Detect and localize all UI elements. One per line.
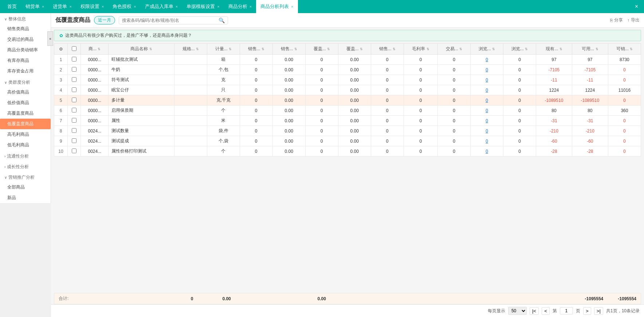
close-icon[interactable]: × <box>69 4 71 9</box>
sidebar-section-class-analysis[interactable]: ∨ 类群度分析 <box>0 76 51 87</box>
close-icon[interactable]: × <box>42 4 44 9</box>
sidebar-item-low-coverage[interactable]: 低覆盖度商品 <box>0 119 51 129</box>
sidebar-item-traded-goods[interactable]: 交易过的商品 <box>0 34 51 45</box>
close-icon[interactable]: × <box>217 4 219 9</box>
cell-checkbox[interactable] <box>68 75 81 85</box>
nav-tab-analysis-list[interactable]: 商品分析列表 × <box>256 0 298 13</box>
page-size-select[interactable]: 50 20 100 <box>508 307 527 315</box>
row-checkbox[interactable] <box>72 128 76 133</box>
nav-tab-sales[interactable]: 销货单 × <box>21 0 48 13</box>
first-page-button[interactable]: |< <box>530 307 539 315</box>
close-all-button[interactable]: × <box>632 3 641 10</box>
col-sales-amt[interactable]: 销售... ⇅ <box>272 44 305 55</box>
col-browse1[interactable]: 浏览... ⇅ <box>471 44 503 55</box>
browse-link[interactable]: 0 <box>486 67 488 72</box>
close-icon[interactable]: × <box>102 4 104 9</box>
col-stock1[interactable]: 现有... ⇅ <box>536 44 572 55</box>
cell-checkbox[interactable] <box>68 126 81 136</box>
nav-tab-purchase[interactable]: 进货单 × <box>48 0 76 13</box>
row-checkbox[interactable] <box>72 138 76 143</box>
cell-browse1[interactable]: 0 <box>471 65 503 75</box>
row-checkbox[interactable] <box>72 77 76 82</box>
cell-browse1[interactable]: 0 <box>471 75 503 85</box>
col-stock3[interactable]: 可销... ⇅ <box>608 44 641 55</box>
page-input[interactable] <box>560 307 573 314</box>
sidebar-item-inventory-capital[interactable]: 库存资金占用 <box>0 66 51 76</box>
nav-tab-analysis[interactable]: 商品分析 × <box>224 0 256 13</box>
cell-checkbox[interactable] <box>68 95 81 106</box>
browse-link[interactable]: 0 <box>486 78 488 83</box>
col-unit[interactable]: 计量... ⇅ <box>207 44 240 55</box>
col-spec[interactable]: 规格... ⇅ <box>174 44 207 55</box>
row-checkbox[interactable] <box>72 148 76 153</box>
row-checkbox[interactable] <box>72 67 76 72</box>
row-checkbox[interactable] <box>72 108 76 112</box>
export-button[interactable]: ↑ 导出 <box>627 17 640 23</box>
cell-checkbox[interactable] <box>68 65 81 75</box>
cell-browse1[interactable]: 0 <box>471 146 503 156</box>
row-checkbox[interactable] <box>72 57 76 62</box>
col-coverage2[interactable]: 覆盖... ⇅ <box>338 44 371 55</box>
sidebar-item-high-value[interactable]: 高价值商品 <box>0 87 51 98</box>
browse-link[interactable]: 0 <box>486 139 488 144</box>
browse-link[interactable]: 0 <box>486 108 488 113</box>
sidebar-section-growth[interactable]: › 成长性分析 <box>0 161 51 171</box>
browse-link[interactable]: 0 <box>486 88 488 93</box>
cell-checkbox[interactable] <box>68 55 81 65</box>
col-sales-qty[interactable]: 销售... ⇅ <box>240 44 272 55</box>
row-checkbox[interactable] <box>72 118 76 123</box>
search-input[interactable] <box>122 18 219 23</box>
sidebar-item-sales-goods[interactable]: 销售类商品 <box>0 24 51 34</box>
col-coverage1[interactable]: 覆盖... ⇅ <box>305 44 338 55</box>
cell-browse1[interactable]: 0 <box>471 95 503 106</box>
cell-checkbox[interactable] <box>68 116 81 126</box>
nav-tab-template[interactable]: 单据模板设置 × <box>182 0 224 13</box>
select-all-checkbox[interactable] <box>72 46 76 51</box>
sidebar-section-liquidity[interactable]: › 流通性分析 <box>0 150 51 161</box>
browse-link[interactable]: 0 <box>486 98 488 103</box>
sidebar-item-low-gross[interactable]: 低毛利商品 <box>0 140 51 150</box>
last-page-button[interactable]: >| <box>594 307 603 315</box>
sidebar-item-new-goods[interactable]: 新品 <box>0 193 51 203</box>
col-gear[interactable]: ⚙ <box>54 44 68 55</box>
nav-tab-role[interactable]: 角色授权 × <box>108 0 140 13</box>
col-checkbox[interactable] <box>68 44 81 55</box>
browse-link[interactable]: 0 <box>486 57 488 62</box>
col-gross[interactable]: 毛利率 ⇅ <box>404 44 437 55</box>
browse-link[interactable]: 0 <box>486 149 488 154</box>
col-sales3[interactable]: 销售... ⇅ <box>371 44 404 55</box>
prev-page-button[interactable]: < <box>542 307 550 315</box>
sidebar-item-all-goods[interactable]: 全部商品 <box>0 182 51 193</box>
cell-browse1[interactable]: 0 <box>471 126 503 136</box>
settings-icon[interactable]: ⚙ <box>59 47 63 52</box>
sidebar-item-in-stock[interactable]: 有库存商品 <box>0 55 51 66</box>
col-trade[interactable]: 交易... ⇅ <box>438 44 471 55</box>
row-checkbox[interactable] <box>72 98 76 102</box>
col-stock2[interactable]: 可用... ⇅ <box>572 44 608 55</box>
sidebar-section-overall[interactable]: ∨ 整体信息 <box>0 13 51 24</box>
close-icon[interactable]: × <box>134 4 136 9</box>
close-icon[interactable]: × <box>291 4 293 9</box>
sidebar-item-category-rate[interactable]: 商品分类动销率 <box>0 45 51 55</box>
share-button[interactable]: ⎘ 分享 <box>610 17 623 23</box>
sidebar-item-low-value[interactable]: 低价值商品 <box>0 98 51 108</box>
filter-button[interactable]: 近一月 <box>94 16 115 24</box>
browse-link[interactable]: 0 <box>486 118 488 123</box>
cell-browse1[interactable]: 0 <box>471 55 503 65</box>
cell-browse1[interactable]: 0 <box>471 106 503 116</box>
nav-tab-home[interactable]: 首页 <box>3 0 21 13</box>
close-icon[interactable]: × <box>250 4 252 9</box>
sidebar-item-high-gross[interactable]: 高毛利商品 <box>0 129 51 140</box>
sidebar-collapse-button[interactable]: « <box>47 31 53 46</box>
cell-browse1[interactable]: 0 <box>471 136 503 146</box>
col-name[interactable]: 商品名称 ⇅ <box>109 44 174 55</box>
cell-browse1[interactable]: 0 <box>471 85 503 95</box>
nav-tab-permission[interactable]: 权限设置 × <box>76 0 108 13</box>
sidebar-section-marketing[interactable]: ∨ 营销推广分析 <box>0 171 51 182</box>
cell-checkbox[interactable] <box>68 106 81 116</box>
nav-tab-product-in[interactable]: 产成品入库单 × <box>141 0 182 13</box>
col-browse2[interactable]: 浏览... ⇅ <box>503 44 536 55</box>
sidebar-item-high-coverage[interactable]: 高覆盖度商品 <box>0 108 51 119</box>
col-code[interactable]: 商... ⇅ <box>81 44 109 55</box>
browse-link[interactable]: 0 <box>486 128 488 134</box>
